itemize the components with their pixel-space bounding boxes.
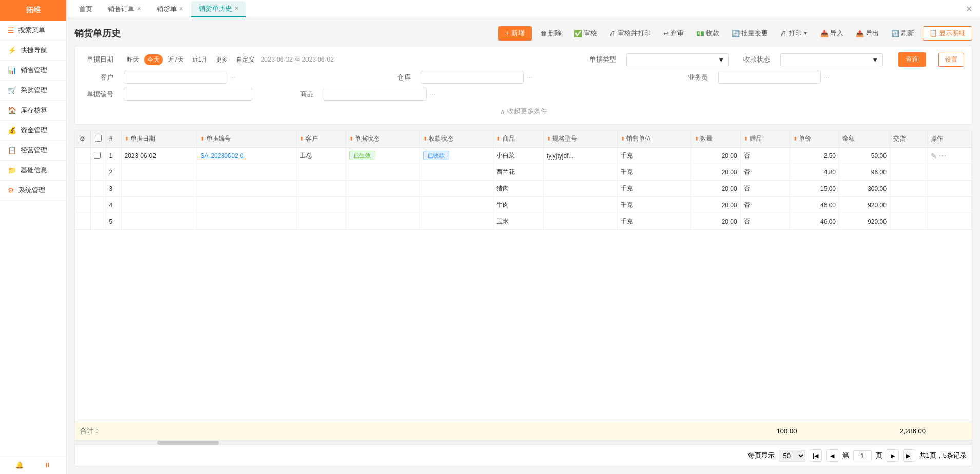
unit-price-cell: 46.00 <box>790 197 839 213</box>
print-button[interactable]: 🖨 打印 ▼ <box>776 27 812 40</box>
scrollbar-thumb[interactable] <box>157 441 219 445</box>
col-unit[interactable]: ⬍ 销售单位 <box>617 130 691 148</box>
batch-change-button[interactable]: 🔄 批量变更 <box>727 27 772 40</box>
settings-button[interactable]: 设置 <box>938 53 964 67</box>
show-detail-button[interactable]: 📋 显示明细 <box>923 26 972 41</box>
tab-home[interactable]: 首页 <box>72 2 100 17</box>
horizontal-scrollbar[interactable] <box>75 440 972 445</box>
goods-input[interactable] <box>324 88 427 101</box>
shortcut-7days[interactable]: 近7天 <box>165 54 187 65</box>
col-unit-price[interactable]: ⬍ 单价 <box>790 130 839 148</box>
abandon-button[interactable]: ↩ 弃审 <box>659 27 688 40</box>
shortcut-1month[interactable]: 近1月 <box>189 54 211 65</box>
delete-button[interactable]: 🗑 删除 <box>536 27 566 40</box>
tab-close-sales-order[interactable]: ✕ <box>137 6 141 12</box>
pause-icon[interactable]: ⏸ <box>44 461 51 469</box>
more-icon[interactable]: ⋯ <box>939 152 946 160</box>
docno-input[interactable] <box>124 88 252 101</box>
sidebar-item-quick-nav[interactable]: ⚡ 快捷导航 <box>0 41 66 61</box>
sidebar-item-ops-mgmt[interactable]: 📋 经营管理 <box>0 141 66 161</box>
checkbox-cell[interactable] <box>90 148 106 164</box>
col-checkbox[interactable] <box>90 130 106 148</box>
table-container: ⚙ # ⬍ 单据日期 ⬍ 单据编号 ⬍ 客户 ⬍ 单据状态 ⬍ 收款状态 ⬍ 商… <box>74 130 972 466</box>
first-page-button[interactable]: |◀ <box>810 449 822 462</box>
unit-price-cell: 2.50 <box>790 148 839 164</box>
goods-dots[interactable]: ··· <box>430 90 435 98</box>
next-page-button[interactable]: ▶ <box>887 449 899 462</box>
sidebar-item-purchase-mgmt[interactable]: 🛒 采购管理 <box>0 81 66 101</box>
salesperson-dots[interactable]: ··· <box>824 73 830 81</box>
col-doc-status[interactable]: ⬍ 单据状态 <box>345 130 419 148</box>
prev-page-button[interactable]: ◀ <box>826 449 838 462</box>
sidebar-item-base-info[interactable]: 📁 基础信息 <box>0 161 66 181</box>
settings-cell <box>75 197 90 213</box>
col-doc-date[interactable]: ⬍ 单据日期 <box>121 130 197 148</box>
col-customer[interactable]: ⬍ 客户 <box>296 130 345 148</box>
row-checkbox[interactable] <box>94 152 101 159</box>
sidebar-item-label: 系统管理 <box>18 186 45 195</box>
date-range: 2023-06-02 至 2023-06-02 <box>261 55 333 64</box>
per-page-select[interactable]: 50 100 200 <box>779 450 805 462</box>
salesperson-label: 业务员 <box>677 73 708 82</box>
review-print-button[interactable]: 🖨 审核并打印 <box>605 27 655 40</box>
doc-type-select[interactable]: ▼ <box>626 53 729 66</box>
col-doc-no[interactable]: ⬍ 单据编号 <box>197 130 296 148</box>
page-input[interactable] <box>853 450 872 461</box>
sidebar-item-label: 经营管理 <box>21 146 47 155</box>
col-seq: # <box>106 130 121 148</box>
doc-date-cell: 2023-06-02 <box>121 148 197 164</box>
sidebar-item-search-menu[interactable]: ☰ 搜索菜单 <box>0 21 66 41</box>
checkbox-cell[interactable] <box>90 164 106 181</box>
seq-cell: 3 <box>106 181 121 197</box>
tab-sales-goods[interactable]: 销货单 ✕ <box>149 2 190 17</box>
salesperson-input[interactable] <box>718 71 821 84</box>
action-icons: ✎ ⋯ <box>931 152 968 160</box>
col-settings[interactable]: ⚙ <box>75 130 90 148</box>
finance-icon: 💰 <box>8 126 16 134</box>
col-qty[interactable]: ⬍ 数量 <box>691 130 740 148</box>
doc-no-link[interactable]: SA-20230602-0 <box>200 152 243 160</box>
import-button[interactable]: 📥 导入 <box>816 27 848 40</box>
tab-close-sales-goods[interactable]: ✕ <box>179 6 183 12</box>
tab-sales-order[interactable]: 销售订单 ✕ <box>101 2 148 17</box>
goods-cell: 玉米 <box>493 213 543 230</box>
shortcut-today[interactable]: 今天 <box>144 54 163 65</box>
warehouse-dots[interactable]: ··· <box>527 73 532 81</box>
review-button[interactable]: ✅ 审核 <box>570 27 601 40</box>
sidebar-item-inventory[interactable]: 🏠 库存核算 <box>0 101 66 121</box>
tab-sales-history[interactable]: 销货单历史 ✕ <box>191 1 246 17</box>
checkbox-cell[interactable] <box>90 213 106 230</box>
shortcut-yesterday[interactable]: 昨天 <box>124 54 142 65</box>
customer-input[interactable] <box>124 71 226 84</box>
checkbox-cell[interactable] <box>90 181 106 197</box>
shortcut-more[interactable]: 更多 <box>213 54 231 65</box>
query-button[interactable]: 查询 <box>898 52 926 67</box>
select-all-checkbox[interactable] <box>95 135 102 142</box>
last-page-button[interactable]: ▶| <box>903 449 915 462</box>
quick-nav-icon: ⚡ <box>8 46 16 54</box>
doc-no-cell <box>197 164 296 181</box>
tab-close-sales-history[interactable]: ✕ <box>234 5 239 12</box>
tab-bar-close-button[interactable]: ✕ <box>963 4 975 14</box>
sidebar-item-finance[interactable]: 💰 资金管理 <box>0 121 66 141</box>
refresh-button[interactable]: 🔃 刷新 <box>887 27 918 40</box>
collect-button[interactable]: 💵 收款 <box>692 27 723 40</box>
col-spec[interactable]: ⬍ 规格型号 <box>543 130 617 148</box>
notification-icon[interactable]: 🔔 <box>15 461 24 469</box>
sidebar-item-sales-mgmt[interactable]: 📊 销售管理 <box>0 61 66 81</box>
customer-dots[interactable]: ··· <box>229 73 235 81</box>
edit-icon[interactable]: ✎ <box>931 152 937 160</box>
new-button[interactable]: + 新增 <box>498 26 532 41</box>
customer-cell <box>296 213 345 230</box>
collect-status-select[interactable]: ▼ <box>780 53 883 66</box>
col-goods[interactable]: ⬍ 商品 <box>493 130 543 148</box>
col-collect-status[interactable]: ⬍ 收款状态 <box>419 130 493 148</box>
shortcut-custom[interactable]: 自定义 <box>233 54 258 65</box>
col-gift[interactable]: ⬍ 赠品 <box>740 130 790 148</box>
sidebar-item-sys-mgmt[interactable]: ⚙ 系统管理 <box>0 181 66 201</box>
checkbox-cell[interactable] <box>90 197 106 213</box>
collapse-button[interactable]: ∧ 收起更多条件 <box>83 105 964 118</box>
export-button[interactable]: 📤 导出 <box>852 27 883 40</box>
warehouse-input[interactable] <box>421 71 524 84</box>
date-filter-group: 昨天 今天 近7天 近1月 更多 自定义 2023-06-02 至 2023-0… <box>124 54 575 65</box>
